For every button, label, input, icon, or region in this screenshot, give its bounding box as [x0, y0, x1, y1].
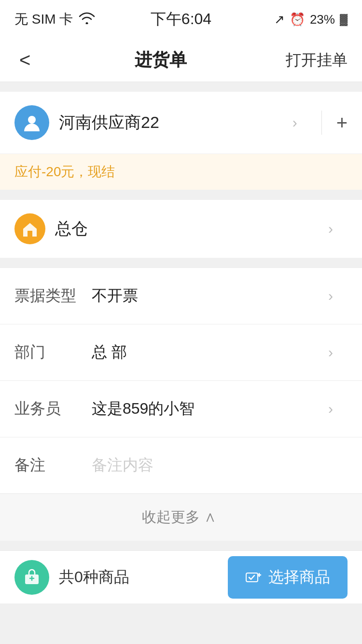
mid-divider1: [0, 190, 362, 199]
battery-icon: ▓: [340, 13, 348, 26]
dept-label: 部门: [14, 342, 82, 363]
collapse-text: 收起更多 ∧: [142, 507, 216, 527]
supplier-row[interactable]: 河南供应商22 › +: [0, 92, 362, 154]
sales-row[interactable]: 业务员 这是859的小智 ›: [0, 380, 362, 437]
remark-label: 备注: [14, 455, 82, 476]
back-button[interactable]: <: [14, 44, 35, 76]
warehouse-icon-bg: [14, 213, 45, 244]
status-time: 下午6:04: [151, 9, 211, 30]
invoice-chevron-icon: ›: [328, 288, 333, 304]
status-bar: 无 SIM 卡 下午6:04 ↗ ⏰ 23% ▓: [0, 0, 362, 39]
supplier-name: 河南供应商22: [59, 112, 292, 134]
add-supplier-button[interactable]: +: [336, 112, 348, 134]
remark-input[interactable]: 备注内容: [82, 455, 348, 476]
dept-value: 总 部: [82, 342, 328, 363]
battery-label: 23%: [310, 12, 335, 27]
sales-label: 业务员: [14, 398, 82, 420]
open-pending-button[interactable]: 打开挂单: [286, 50, 348, 71]
dept-chevron-icon: ›: [328, 344, 333, 361]
product-icon-bg: [14, 560, 49, 595]
invoice-value: 不开票: [82, 285, 328, 307]
supplier-section: 河南供应商22 › + 应付-20元，现结: [0, 92, 362, 190]
sales-chevron-icon: ›: [328, 401, 333, 417]
select-product-button[interactable]: 选择商品: [228, 556, 348, 599]
supplier-chevron-icon: ›: [292, 114, 297, 131]
status-left: 无 SIM 卡: [14, 10, 95, 28]
warehouse-chevron-icon: ›: [328, 221, 333, 237]
top-divider: [0, 82, 362, 92]
wifi-icon: [79, 12, 95, 28]
svg-point-0: [28, 116, 36, 124]
svg-rect-1: [28, 231, 32, 237]
collapse-row[interactable]: 收起更多 ∧: [0, 493, 362, 541]
status-right: ↗ ⏰ 23% ▓: [274, 12, 348, 27]
divider: [321, 111, 322, 135]
invoice-label: 票据类型: [14, 285, 82, 307]
invoice-row[interactable]: 票据类型 不开票 ›: [0, 267, 362, 324]
form-section: 票据类型 不开票 › 部门 总 部 › 业务员 这是859的小智 › 备注 备注…: [0, 267, 362, 541]
bottom-divider: [0, 541, 362, 550]
carrier-label: 无 SIM 卡: [14, 10, 73, 28]
sales-value: 这是859的小智: [82, 398, 328, 420]
product-count: 共0种商品: [59, 567, 228, 588]
gray-footer: [0, 603, 362, 644]
dept-row[interactable]: 部门 总 部 ›: [0, 324, 362, 380]
nav-bar: < 进货单 打开挂单: [0, 39, 362, 82]
gps-icon: ↗: [274, 12, 285, 27]
alarm-icon: ⏰: [290, 12, 305, 27]
notice-bar: 应付-20元，现结: [0, 154, 362, 190]
mid-divider2: [0, 258, 362, 267]
supplier-avatar: [14, 105, 49, 140]
select-product-label: 选择商品: [268, 567, 330, 588]
notice-text: 应付-20元，现结: [14, 164, 115, 179]
warehouse-section: 总仓 ›: [0, 199, 362, 258]
product-bar: 共0种商品 选择商品: [0, 550, 362, 603]
warehouse-label: 总仓: [55, 218, 328, 240]
remark-row[interactable]: 备注 备注内容: [0, 437, 362, 493]
page-title: 进货单: [135, 48, 187, 72]
warehouse-row[interactable]: 总仓 ›: [0, 199, 362, 258]
